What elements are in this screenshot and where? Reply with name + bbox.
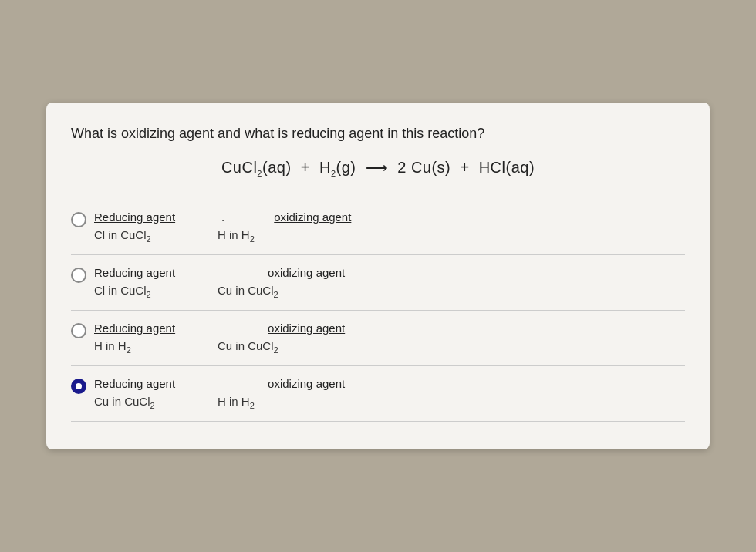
- option-3-oxidizing-value: Cu in CuCl2: [218, 339, 295, 355]
- option-2-values: Cl in CuCl2 Cu in CuCl2: [94, 284, 345, 299]
- radio-circle-4[interactable]: [71, 379, 86, 394]
- radio-circle-1[interactable]: [71, 212, 86, 227]
- radio-4[interactable]: [71, 377, 86, 394]
- quiz-card: What is oxidizing agent and what is redu…: [46, 103, 710, 449]
- option-4-content: Reducing agent oxidizing agent Cu in CuC…: [94, 377, 345, 410]
- option-1-oxidizing-label: oxidizing agent: [274, 210, 351, 224]
- option-3-labels: Reducing agent oxidizing agent: [94, 321, 345, 335]
- option-4-reducing-value: Cu in CuCl2: [94, 395, 171, 410]
- option-2-reducing-label: Reducing agent: [94, 266, 175, 279]
- option-2-reducing-value: Cl in CuCl2: [94, 284, 171, 299]
- option-2-labels: Reducing agent oxidizing agent: [94, 266, 345, 279]
- option-3-oxidizing-label: oxidizing agent: [268, 321, 345, 335]
- option-1-oxidizing-value: H in H2: [218, 228, 295, 244]
- option-4-labels: Reducing agent oxidizing agent: [94, 377, 345, 390]
- option-2-oxidizing-label: oxidizing agent: [268, 266, 345, 279]
- option-1-reducing-value: Cl in CuCl2: [94, 228, 171, 244]
- option-4[interactable]: Reducing agent oxidizing agent Cu in CuC…: [71, 366, 685, 422]
- option-3-reducing-value: H in H2: [94, 339, 171, 355]
- option-2-content: Reducing agent oxidizing agent Cl in CuC…: [94, 266, 345, 299]
- option-1-reducing-label: Reducing agent: [94, 210, 175, 224]
- radio-3[interactable]: [71, 321, 86, 338]
- option-1-content: Reducing agent . oxidizing agent Cl in C…: [94, 210, 351, 244]
- radio-circle-2[interactable]: [71, 268, 86, 283]
- option-3[interactable]: Reducing agent oxidizing agent H in H2 C…: [71, 311, 685, 366]
- option-1-dot: .: [221, 210, 224, 224]
- option-1-labels: Reducing agent . oxidizing agent: [94, 210, 351, 224]
- option-4-reducing-label: Reducing agent: [94, 377, 175, 390]
- radio-1[interactable]: [71, 210, 86, 227]
- radio-inner-4: [76, 383, 82, 389]
- radio-2[interactable]: [71, 266, 86, 283]
- option-1-values: Cl in CuCl2 H in H2: [94, 228, 351, 244]
- question-text: What is oxidizing agent and what is redu…: [71, 124, 685, 143]
- option-4-oxidizing-label: oxidizing agent: [268, 377, 345, 390]
- option-3-values: H in H2 Cu in CuCl2: [94, 339, 345, 355]
- option-2-oxidizing-value: Cu in CuCl2: [218, 284, 295, 299]
- chemical-equation: CuCl2(aq) + H2(g) ⟶ 2 Cu(s) + HCl(aq): [71, 158, 685, 178]
- radio-circle-3[interactable]: [71, 323, 86, 338]
- option-3-reducing-label: Reducing agent: [94, 321, 175, 335]
- option-1[interactable]: Reducing agent . oxidizing agent Cl in C…: [71, 200, 685, 255]
- option-3-content: Reducing agent oxidizing agent H in H2 C…: [94, 321, 345, 355]
- option-4-values: Cu in CuCl2 H in H2: [94, 395, 345, 410]
- option-4-oxidizing-value: H in H2: [218, 395, 295, 410]
- option-2[interactable]: Reducing agent oxidizing agent Cl in CuC…: [71, 255, 685, 311]
